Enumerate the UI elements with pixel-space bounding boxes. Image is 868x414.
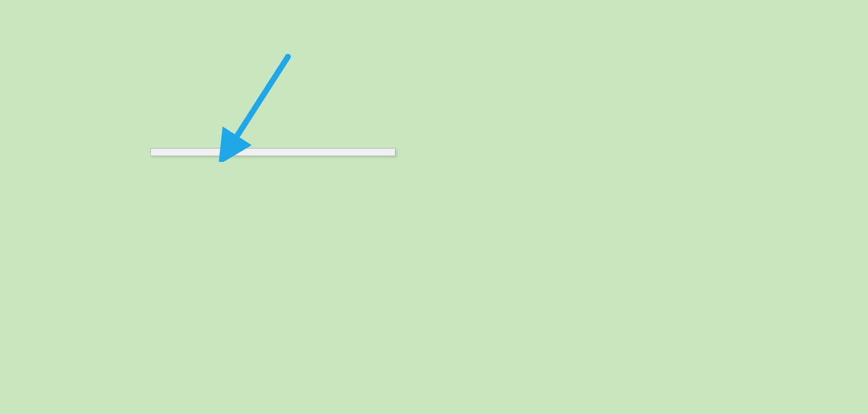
- context-menu: [150, 148, 396, 156]
- annotation-arrow-icon: [219, 52, 294, 162]
